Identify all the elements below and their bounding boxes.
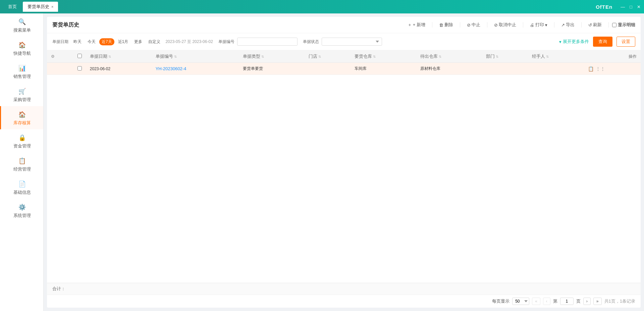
filter-actions: ▾ 展开更多条件 查询 设置 [559, 37, 635, 47]
row-req-warehouse: 车间库 [351, 63, 416, 75]
delete-button[interactable]: 🗑 删除 [436, 20, 457, 30]
page-size-select[interactable]: 50 20 100 200 [512, 298, 529, 305]
last-page-button[interactable]: » [593, 298, 602, 305]
tab-history[interactable]: 要货单历史 × [23, 2, 58, 12]
divider-5 [554, 22, 554, 28]
stop-button[interactable]: ⊘ 中止 [464, 20, 484, 30]
export-icon: ↗ [561, 23, 565, 28]
table-row: 2023-06-02 YH-20230602-4 要货单要货 车间库 原材料仓库… [47, 63, 641, 75]
sidebar-item-operations-label: 经营管理 [13, 166, 31, 172]
row-checkbox[interactable] [73, 63, 86, 75]
sidebar-item-system[interactable]: ⚙️ 系统管理 [0, 199, 43, 222]
date-option-custom[interactable]: 自定义 [146, 38, 163, 45]
sort-doc-no-icon[interactable]: ⇅ [174, 55, 177, 58]
sort-doc-date-icon[interactable]: ⇅ [108, 55, 111, 58]
divider-3 [487, 22, 487, 28]
delete-icon: 🗑 [439, 23, 443, 28]
filter-docno-input[interactable] [237, 38, 298, 46]
sidebar-item-sales-label: 销售管理 [13, 74, 31, 80]
sort-pending-warehouse-icon[interactable]: ⇅ [439, 55, 441, 58]
data-table: ⚙ 单据日期⇅ 单据编号⇅ 单据类型⇅ 门店⇅ 要货仓库⇅ 待出仓库⇅ 部门⇅ … [47, 50, 641, 75]
sidebar-item-operations[interactable]: 📋 经营管理 [0, 152, 43, 176]
export-label: 导出 [566, 22, 575, 28]
row-actions: 📋 ⋮⋮ [584, 63, 641, 75]
date-option-more[interactable]: 更多 [132, 38, 145, 45]
filter-date-label: 单据日期 [52, 39, 68, 45]
sidebar-item-finance[interactable]: 🔒 资金管理 [0, 129, 43, 152]
sidebar-item-purchase-label: 采购管理 [13, 97, 31, 103]
next-page-button[interactable]: › [583, 298, 591, 305]
sidebar-item-purchase[interactable]: 🛒 采购管理 [0, 83, 43, 106]
expand-more-btn[interactable]: ▾ 展开更多条件 [559, 39, 589, 45]
sort-req-warehouse-icon[interactable]: ⇅ [373, 55, 376, 58]
page-prefix: 第 [553, 298, 557, 304]
stop-icon: ⊘ [467, 23, 471, 28]
first-page-button[interactable]: « [532, 298, 540, 305]
th-checkbox [73, 50, 86, 63]
current-page-input[interactable] [560, 298, 574, 305]
sidebar-item-basic[interactable]: 📄 基础信息 [0, 176, 43, 199]
sidebar-item-system-label: 系统管理 [13, 213, 31, 219]
main-layout: 🔍 搜索菜单 🏠 快捷导航 📊 销售管理 🛒 采购管理 🏠 库存核算 🔒 资金管… [0, 13, 644, 311]
divider-2 [460, 22, 460, 28]
setting-button[interactable]: 设置 [616, 37, 635, 47]
table-header-row: ⚙ 单据日期⇅ 单据编号⇅ 单据类型⇅ 门店⇅ 要货仓库⇅ 待出仓库⇅ 部门⇅ … [47, 50, 641, 63]
export-button[interactable]: ↗ 导出 [558, 20, 578, 30]
filter-status-label: 单据状态 [303, 39, 319, 45]
row-dept [482, 63, 528, 75]
content-area: 要货单历史 ＋ + 新增 🗑 删除 ⊘ 中止 [44, 13, 644, 311]
th-doc-type: 单据类型⇅ [239, 50, 305, 63]
sidebar-item-inventory[interactable]: 🏠 库存核算 [0, 106, 43, 129]
page-title: 要货单历史 [52, 21, 79, 29]
pagination-bar: 每页显示 50 20 100 200 « ‹ 第 页 › » 共1页，1条记录 [47, 295, 641, 308]
sidebar-item-finance-label: 资金管理 [13, 143, 31, 149]
refresh-label: 刷新 [593, 22, 602, 28]
sidebar-item-nav[interactable]: 🏠 快捷导航 [0, 37, 43, 60]
sidebar-item-sales[interactable]: 📊 销售管理 [0, 60, 43, 83]
date-option-last-month[interactable]: 近1月 [116, 38, 131, 45]
sort-shop-icon[interactable]: ⇅ [318, 55, 321, 58]
filter-date-options: 昨天 今天 近7天 近1月 更多 自定义 [71, 38, 163, 45]
date-option-today[interactable]: 今天 [85, 38, 98, 45]
th-handler: 经手人⇅ [528, 50, 584, 63]
row-edit-icon[interactable]: 📋 [588, 66, 594, 72]
doc-no-link[interactable]: YH-20230602-4 [156, 66, 186, 71]
stop-label: 中止 [472, 22, 480, 28]
window-controls: OfTEn — □ ✕ [596, 4, 641, 10]
maximize-icon[interactable]: □ [630, 4, 632, 9]
tab-close-icon[interactable]: × [51, 5, 53, 9]
cancel-stop-button[interactable]: ⊘ 取消中止 [491, 20, 520, 30]
sidebar-item-search[interactable]: 🔍 搜索菜单 [0, 13, 43, 37]
operations-icon: 📋 [18, 157, 26, 165]
sort-handler-icon[interactable]: ⇅ [546, 55, 549, 58]
filter-status-group: 单据状态 [303, 38, 382, 46]
display-detail-checkbox[interactable] [612, 23, 616, 27]
basic-icon: 📄 [18, 180, 26, 188]
filter-bar: 单据日期 昨天 今天 近7天 近1月 更多 自定义 2023-05-27 至 2… [47, 33, 641, 50]
row-doc-no[interactable]: YH-20230602-4 [152, 63, 239, 75]
filter-status-select[interactable] [322, 38, 382, 46]
row-select-checkbox[interactable] [77, 66, 82, 71]
sidebar-item-search-label: 搜索菜单 [13, 27, 31, 33]
tab-home[interactable]: 首页 [3, 2, 21, 12]
system-icon: ⚙️ [18, 204, 26, 211]
date-option-last7[interactable]: 近7天 [99, 38, 114, 45]
sort-doc-type-icon[interactable]: ⇅ [261, 55, 264, 58]
refresh-button[interactable]: ↺ 刷新 [585, 20, 605, 30]
minimize-icon[interactable]: — [621, 4, 625, 9]
new-label: + 新增 [413, 22, 425, 28]
row-pending-warehouse: 原材料仓库 [416, 63, 482, 75]
select-all-checkbox[interactable] [77, 54, 82, 58]
tab-list: 首页 要货单历史 × [3, 2, 596, 12]
row-more-icon[interactable]: ⋮⋮ [596, 66, 605, 72]
date-option-yesterday[interactable]: 昨天 [71, 38, 84, 45]
page-container: 要货单历史 ＋ + 新增 🗑 删除 ⊘ 中止 [47, 17, 641, 308]
prev-page-button[interactable]: ‹ [543, 298, 550, 305]
display-detail-toggle[interactable]: 显示明细 [612, 22, 635, 28]
sort-dept-icon[interactable]: ⇅ [496, 55, 498, 58]
new-button[interactable]: ＋ + 新增 [404, 20, 429, 30]
close-window-icon[interactable]: ✕ [637, 4, 641, 9]
query-button[interactable]: 查询 [593, 37, 612, 47]
print-button[interactable]: 🖨 打印 ▾ [527, 20, 551, 30]
search-icon: 🔍 [18, 18, 26, 26]
